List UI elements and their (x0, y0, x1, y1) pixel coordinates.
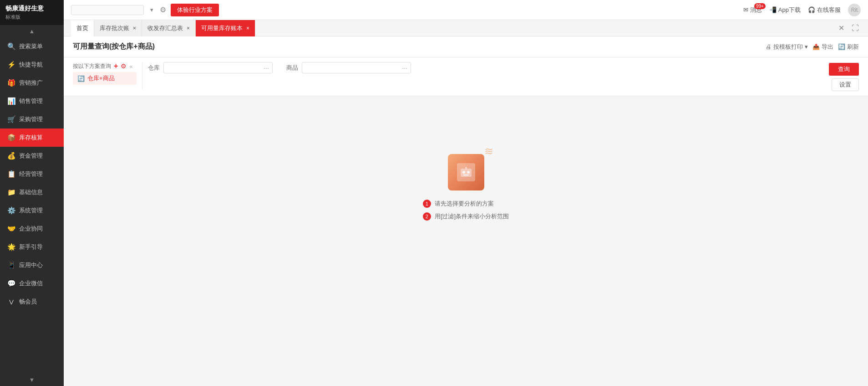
inventory-icon: 📦 (7, 134, 15, 142)
topbar-search-input[interactable] (75, 7, 140, 13)
sidebar-item-marketing-label: 营销推广 (19, 79, 43, 87)
topbar-search-box[interactable] (71, 5, 144, 15)
appcenter-icon: 📱 (7, 261, 15, 269)
app-download-btn[interactable]: 📲 App下载 (769, 6, 801, 14)
sidebar-item-search-label: 搜索菜单 (19, 42, 43, 51)
close-window-btn[interactable]: ✕ (837, 23, 846, 33)
empty-illustration: ≋ (439, 145, 493, 190)
template-print-btn[interactable]: 🖨 按模板打印 ▾ (766, 43, 808, 51)
sidebar-item-sales-label: 销售管理 (19, 97, 43, 105)
tab-batch-label: 库存批次账 (100, 24, 129, 32)
empty-state: ≋ 1 (64, 96, 868, 269)
tab-batch-close[interactable]: × (133, 25, 136, 31)
svg-rect-3 (463, 175, 469, 175)
tab-home-label: 首页 (76, 24, 88, 32)
sidebar-item-inventory-label: 库存核算 (19, 134, 43, 142)
empty-tip-1: 1 请先选择要分析的方案 (423, 200, 509, 208)
tabbar: 首页 库存批次账 × 收发存汇总表 × 可用量库存账本 × ✕ ⛶ (64, 20, 868, 36)
collapse-btn[interactable]: « (129, 63, 132, 70)
query-btn[interactable]: 查询 (829, 63, 859, 76)
tabbar-controls: ✕ ⛶ (837, 23, 861, 33)
warehouse-input-icon[interactable]: ··· (264, 64, 269, 72)
purchase-icon: 🛒 (7, 115, 15, 124)
page-header-actions: 🖨 按模板打印 ▾ 📤 导出 🔄 刷新 (766, 43, 859, 51)
goods-input-wrapper: ··· (302, 62, 411, 73)
empty-decoration: ≋ (484, 145, 493, 158)
sidebar-item-enterprise[interactable]: 🤝 企业协同 (0, 220, 64, 238)
user-avatar[interactable]: Rit (848, 4, 861, 16)
sidebar-item-search[interactable]: 🔍 搜索菜单 (0, 37, 64, 56)
app-download-icon: 📲 (769, 6, 777, 13)
sidebar-item-vip[interactable]: V 畅会员 (0, 293, 64, 311)
empty-box-face (457, 163, 475, 181)
filter-action-buttons: 查询 设置 (829, 62, 859, 91)
topbar-dropdown-icon[interactable]: ▾ (150, 6, 153, 13)
scheme-warehouse-goods[interactable]: 🔄 仓库+商品 (73, 72, 137, 85)
svg-rect-4 (465, 167, 467, 169)
message-btn[interactable]: ✉ 消息 99+ (743, 6, 762, 14)
filter-divider (142, 62, 142, 89)
export-icon: 📤 (812, 43, 820, 50)
sidebar-item-enterprise-label: 企业协同 (19, 225, 43, 233)
sidebar-item-inventory[interactable]: 📦 库存核算 (0, 129, 64, 147)
sidebar-scroll-down[interactable]: ▼ (0, 374, 64, 386)
topbar-gear-icon[interactable]: ⚙ (160, 5, 166, 14)
export-btn[interactable]: 📤 导出 (812, 43, 833, 51)
warehouse-input[interactable] (163, 62, 273, 73)
settings-btn[interactable]: 设置 (832, 78, 859, 91)
expand-window-btn[interactable]: ⛶ (850, 23, 861, 33)
tab-home[interactable]: 首页 (71, 20, 94, 36)
tab-available[interactable]: 可用量库存账本 × (196, 20, 255, 36)
vip-icon: V (7, 298, 15, 306)
sidebar-item-finance-label: 资金管理 (19, 152, 43, 160)
edition-label: 标准版 (5, 14, 58, 21)
sidebar-scroll-up[interactable]: ▲ (0, 25, 64, 37)
sidebar-item-marketing[interactable]: 🎁 营销推广 (0, 74, 64, 92)
sidebar-item-operations[interactable]: 📋 经营管理 (0, 165, 64, 183)
sidebar-item-appcenter-label: 应用中心 (19, 261, 43, 269)
scheme-settings-btn[interactable]: ⚙ (121, 62, 127, 70)
tip-num-1: 1 (423, 200, 431, 208)
tab-summary-close[interactable]: × (187, 25, 190, 31)
scheme-warehouse-goods-label: 仓库+商品 (87, 74, 115, 82)
goods-filter-group: 商品 ··· (286, 62, 411, 73)
sidebar-item-finance[interactable]: 💰 资金管理 (0, 147, 64, 165)
refresh-btn[interactable]: 🔄 刷新 (838, 43, 859, 51)
system-icon: ⚙️ (7, 206, 15, 215)
tip-text-2: 用[过滤]条件来缩小分析范围 (435, 212, 509, 221)
sidebar-item-purchase[interactable]: 🛒 采购管理 (0, 110, 64, 129)
sidebar-item-newbie[interactable]: 🌟 新手引导 (0, 238, 64, 256)
sidebar: 畅康通好生意 标准版 ▲ 🔍 搜索菜单 ⚡ 快捷导航 🎁 营销推广 📊 销售管理… (0, 0, 64, 386)
tip-num-2: 2 (423, 212, 431, 221)
enterprise-icon: 🤝 (7, 225, 15, 233)
sidebar-item-quicknav[interactable]: ⚡ 快捷导航 (0, 56, 64, 74)
scheme-selector: 按以下方案查询 + ⚙ « 🔄 仓库+商品 (73, 62, 137, 85)
tab-available-close[interactable]: × (246, 25, 249, 31)
goods-input-icon[interactable]: ··· (402, 64, 407, 72)
sidebar-item-sales[interactable]: 📊 销售管理 (0, 92, 64, 110)
tab-summary[interactable]: 收发存汇总表 × (142, 20, 196, 36)
sidebar-item-system-label: 系统管理 (19, 206, 43, 215)
tab-available-label: 可用量库存账本 (201, 24, 243, 32)
finance-icon: 💰 (7, 152, 15, 160)
sidebar-item-purchase-label: 采购管理 (19, 115, 43, 124)
sidebar-item-quicknav-label: 快捷导航 (19, 61, 43, 69)
scheme-header: 按以下方案查询 + ⚙ « (73, 62, 137, 70)
sidebar-item-basic[interactable]: 📁 基础信息 (0, 183, 64, 201)
app-download-label: App下载 (778, 6, 801, 14)
sidebar-item-wxbiz[interactable]: 💬 企业微信 (0, 274, 64, 293)
goods-input[interactable] (302, 62, 411, 73)
scheme-label: 按以下方案查询 (73, 62, 111, 70)
sidebar-item-system[interactable]: ⚙️ 系统管理 (0, 201, 64, 220)
template-print-dropdown-icon[interactable]: ▾ (805, 43, 808, 50)
scheme-warehouse-goods-icon: 🔄 (77, 75, 85, 82)
empty-tip-2: 2 用[过滤]条件来缩小分析范围 (423, 212, 509, 221)
basic-icon: 📁 (7, 188, 15, 196)
online-service-btn[interactable]: 🎧 在线客服 (808, 6, 841, 14)
newbie-icon: 🌟 (7, 243, 15, 251)
sidebar-item-appcenter[interactable]: 📱 应用中心 (0, 256, 64, 274)
industry-btn[interactable]: 体验行业方案 (171, 4, 219, 16)
add-scheme-btn[interactable]: + (114, 62, 118, 70)
tab-batch[interactable]: 库存批次账 × (94, 20, 142, 36)
wxbiz-icon: 💬 (7, 279, 15, 288)
